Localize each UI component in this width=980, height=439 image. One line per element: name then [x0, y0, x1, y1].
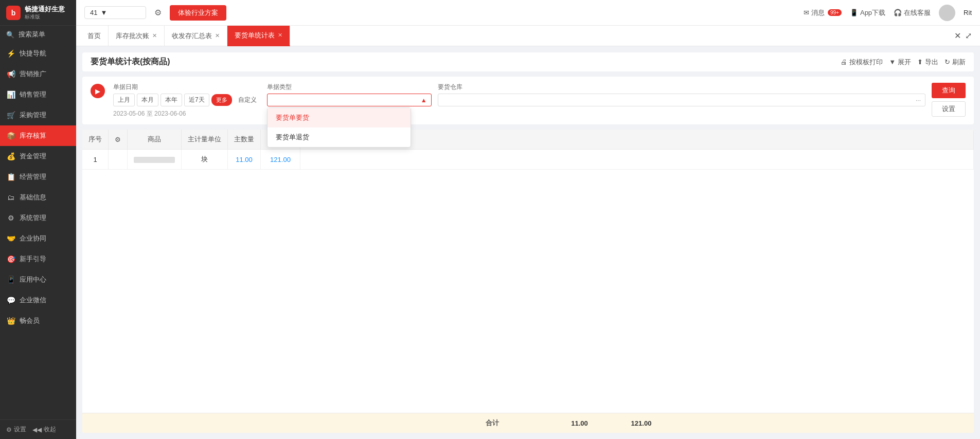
print-btn[interactable]: 🖨 按模板打印 — [841, 58, 883, 67]
date-btn-this-month[interactable]: 本月 — [137, 94, 158, 106]
system-icon: ⚙ — [6, 214, 15, 222]
header-actions: ✉ 消息 99+ 📱 App下载 🎧 在线客服 Rit — [804, 5, 972, 21]
cell-settings — [109, 150, 128, 170]
date-btn-custom[interactable]: 自定义 — [234, 94, 261, 106]
col-header-product: 商品 — [128, 130, 182, 150]
sidebar-item-vip[interactable]: 👑 畅会员 — [0, 310, 76, 331]
tab-expand-btn[interactable]: ⤢ — [965, 31, 972, 41]
cell-amount[interactable]: 121.00 — [261, 150, 300, 170]
col-header-row-num: 序号 — [82, 130, 109, 150]
tabs-bar: 首页 库存批次账 ✕ 收发存汇总表 ✕ 要货单统计表 ✕ ✕ ⤢ — [76, 26, 980, 46]
tab-receivables-summary-close[interactable]: ✕ — [215, 32, 220, 39]
user-avatar[interactable] — [939, 5, 955, 21]
basic-icon: 🗂 — [6, 193, 15, 202]
sidebar-item-label: 应用中心 — [20, 275, 46, 284]
date-btn-this-year[interactable]: 本年 — [161, 94, 182, 106]
messages-label: 消息 — [811, 8, 825, 17]
footer-qty: 11.00 — [549, 419, 611, 427]
purchase-icon: 🛒 — [6, 111, 15, 119]
query-btn[interactable]: 查询 — [932, 83, 966, 98]
sidebar-item-label: 企业微信 — [20, 296, 46, 305]
expand-btn[interactable]: ▼ 展开 — [889, 58, 911, 67]
footer-label: 合计 — [436, 418, 549, 428]
filter-warehouse-text[interactable] — [442, 96, 914, 104]
sidebar-item-wechat[interactable]: 💬 企业微信 — [0, 290, 76, 310]
tab-order-stats[interactable]: 要货单统计表 ✕ — [227, 26, 290, 46]
tab-close-all-btn[interactable]: ✕ — [954, 31, 961, 41]
app-download-btn[interactable]: 📱 App下载 — [850, 8, 885, 17]
sidebar-item-label: 资金管理 — [20, 152, 46, 161]
tabs-end-controls: ✕ ⤢ — [950, 31, 976, 41]
sidebar-item-guide[interactable]: 🎯 新手引导 — [0, 249, 76, 269]
filter-date-row: 上月 本月 本年 近7天 更多 自定义 — [113, 94, 261, 106]
sidebar-item-finance[interactable]: 💰 资金管理 — [0, 146, 76, 167]
sidebar-item-label: 经营管理 — [20, 172, 46, 181]
tab-order-stats-close[interactable]: ✕ — [278, 32, 282, 39]
cell-qty[interactable]: 11.00 — [228, 150, 261, 170]
refresh-btn[interactable]: ↻ 刷新 — [945, 58, 966, 67]
collapse-icon: ◀◀ — [32, 426, 42, 433]
search-icon: 🔍 — [6, 31, 14, 39]
filter-type-text[interactable] — [272, 96, 419, 104]
sidebar-item-basic[interactable]: 🗂 基础信息 — [0, 187, 76, 208]
tab-inventory-batch[interactable]: 库存批次账 ✕ — [109, 26, 165, 46]
sidebar-item-system[interactable]: ⚙ 系统管理 — [0, 208, 76, 228]
inventory-icon: 📦 — [6, 132, 15, 140]
messages-btn[interactable]: ✉ 消息 99+ — [804, 8, 842, 17]
filter-warehouse-label: 要货仓库 — [438, 83, 925, 92]
filter-type-input[interactable]: ▲ — [267, 94, 432, 106]
export-btn[interactable]: ⬆ 导出 — [917, 58, 938, 67]
tab-inventory-batch-label: 库存批次账 — [116, 31, 149, 41]
wechat-icon: 💬 — [6, 296, 15, 304]
dropdown-item-yh-return[interactable]: 要货单退货 — [268, 127, 411, 147]
page-actions: 🖨 按模板打印 ▼ 展开 ⬆ 导出 ↻ 刷新 — [841, 58, 966, 67]
table-row: 1 块 11.00 121.00 — [82, 150, 974, 170]
date-range-text: 2023-05-06 至 2023-06-06 — [113, 109, 261, 118]
sidebar-item-sales[interactable]: 📊 销售管理 — [0, 84, 76, 105]
tab-home[interactable]: 首页 — [80, 26, 109, 46]
sidebar-collapse-btn[interactable]: ◀◀ 收起 — [32, 425, 56, 434]
sidebar-item-quick-nav[interactable]: ⚡ 快捷导航 — [0, 43, 76, 64]
filter-toggle-btn[interactable]: ▶ — [91, 84, 105, 98]
quick-nav-icon: ⚡ — [6, 49, 15, 58]
filter-date-label: 单据日期 — [113, 83, 261, 92]
filter-row: 单据日期 上月 本月 本年 近7天 更多 自定义 2023-05-06 至 20… — [113, 83, 966, 118]
sidebar-item-label: 库存核算 — [20, 131, 46, 140]
filter-settings-btn[interactable]: 设置 — [932, 101, 966, 117]
header-settings-icon[interactable]: ⚙ — [152, 6, 164, 20]
filter-area: ▶ 单据日期 上月 本月 本年 近7天 更多 自定义 — [82, 77, 974, 124]
date-btn-more[interactable]: 更多 — [211, 94, 232, 106]
tab-receivables-summary[interactable]: 收发存汇总表 ✕ — [165, 26, 227, 46]
product-placeholder — [134, 157, 175, 163]
date-btn-last-month[interactable]: 上月 — [113, 94, 135, 106]
more-icon: ··· — [916, 97, 921, 104]
selector-chevron-icon: ▼ — [100, 9, 107, 16]
store-selector[interactable]: 41 ▼ — [84, 6, 146, 19]
table-settings-icon[interactable]: ⚙ — [115, 136, 121, 143]
sidebar-item-label: 采购管理 — [20, 111, 46, 120]
sidebar-item-purchase[interactable]: 🛒 采购管理 — [0, 105, 76, 125]
app-name: 畅捷通好生意 — [25, 5, 65, 14]
cooperation-icon: 🤝 — [6, 234, 15, 243]
dropdown-item-yh-order[interactable]: 要货单要货 — [268, 108, 411, 127]
settings-icon: ⚙ — [6, 426, 12, 433]
sidebar-settings-btn[interactable]: ⚙ 设置 — [6, 425, 26, 434]
filter-warehouse-input[interactable]: ··· — [438, 94, 925, 106]
table-footer: 合计 11.00 121.00 — [82, 413, 974, 433]
trial-btn[interactable]: 体验行业方案 — [170, 5, 226, 21]
sidebar-item-label: 新手引导 — [20, 254, 46, 264]
col-header-unit: 主计量单位 — [182, 130, 228, 150]
date-btn-7-days[interactable]: 近7天 — [184, 94, 209, 106]
refresh-label: 刷新 — [952, 58, 966, 67]
sidebar-item-marketing[interactable]: 📢 营销推广 — [0, 64, 76, 84]
sidebar-item-operation[interactable]: 📋 经营管理 — [0, 167, 76, 187]
filter-toggle-icon: ▶ — [95, 87, 100, 95]
filter-type-label: 单据类型 — [267, 83, 432, 92]
tab-inventory-batch-close[interactable]: ✕ — [152, 32, 157, 39]
store-value: 41 — [90, 9, 97, 16]
sidebar-item-cooperation[interactable]: 🤝 企业协同 — [0, 228, 76, 249]
sidebar-item-inventory[interactable]: 📦 库存核算 — [0, 125, 76, 146]
sidebar-search[interactable]: 🔍 搜索菜单 — [0, 26, 76, 43]
sidebar-item-appstore[interactable]: 📱 应用中心 — [0, 269, 76, 290]
online-service-btn[interactable]: 🎧 在线客服 — [894, 8, 931, 17]
